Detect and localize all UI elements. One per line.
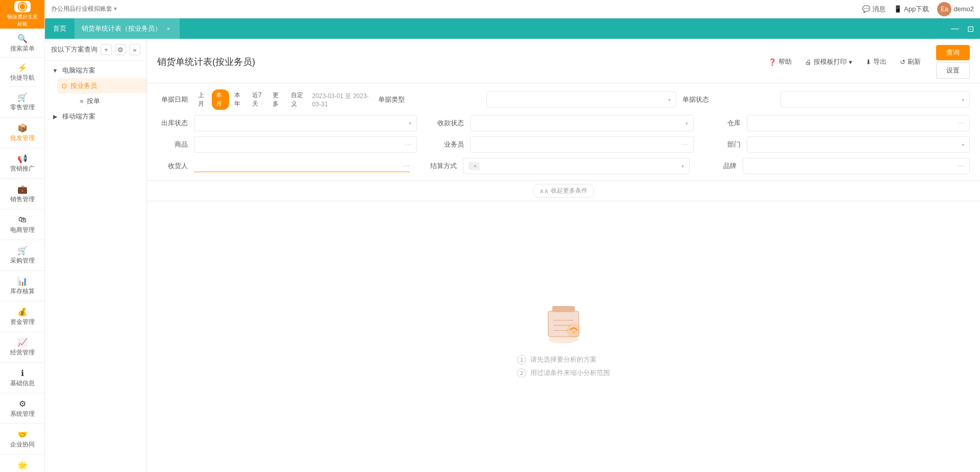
tab-close-button[interactable]: × <box>164 25 173 33</box>
collapse-bar: ∧∧ 收起更多条件 <box>147 181 980 201</box>
empty-icon <box>538 296 589 347</box>
tab-minimize-button[interactable]: — <box>949 22 961 35</box>
sidebar-item-wholesale[interactable]: 📦 批发管理 <box>0 117 44 148</box>
operations-icon: 📈 <box>17 337 28 347</box>
topbar-dropdown-icon[interactable]: ▾ <box>114 5 117 12</box>
sidebar-item-marketing[interactable]: 📢 营销推广 <box>0 148 44 179</box>
sidebar-item-finance[interactable]: 💰 资金管理 <box>0 301 44 332</box>
sidebar-item-operations[interactable]: 📈 经营管理 <box>0 332 44 363</box>
print-button[interactable]: 🖨 按模板打印 ▾ <box>801 55 856 68</box>
date-tab-custom[interactable]: 自定义 <box>287 89 308 110</box>
sales-icon: 💼 <box>17 184 28 194</box>
date-tab-7-days[interactable]: 近7天 <box>248 89 267 110</box>
empty-tips: 1 请先选择要分析的方案 2 用过滤条件来缩小分析范围 <box>517 355 610 377</box>
page-title: 销货单统计表(按业务员) <box>157 56 255 68</box>
collapse-button[interactable]: ∧∧ 收起更多条件 <box>533 184 594 198</box>
doc-type-label: 单据类型 <box>378 96 405 103</box>
sidebar-logo[interactable]: 畅捷通好生意 标账 <box>0 0 44 29</box>
collapse-panel-button[interactable]: « <box>129 44 140 55</box>
doc-status-select[interactable]: ▾ <box>780 91 970 108</box>
sidebar-item-inventory[interactable]: 📊 库存核算 <box>0 271 44 301</box>
tree-grandchild-area: ≡ 按单 <box>57 93 146 109</box>
active-scheme-icon: ⊙ <box>61 82 67 90</box>
pc-section-label: 电脑端方案 <box>62 66 140 75</box>
settlement-tag-close[interactable]: × <box>474 163 477 169</box>
settlement-select[interactable]: × ▾ <box>463 158 690 174</box>
date-tab-more[interactable]: 更多 <box>268 89 285 110</box>
brand-select[interactable]: ··· <box>743 158 970 174</box>
tab-home[interactable]: 首页 <box>45 18 75 39</box>
add-scheme-button[interactable]: + <box>101 44 112 55</box>
date-tab-this-year[interactable]: 本年 <box>230 89 247 110</box>
filter-area: 单据日期 上月 本月 本年 近7天 更多 自定义 2023-03-01 至 20… <box>147 83 980 181</box>
tabbar: 首页 销货单统计表（按业务员） × — ⊡ <box>45 18 980 39</box>
order-scheme-icon: ≡ <box>80 98 84 105</box>
left-panel-actions: + ⚙ « <box>101 44 140 55</box>
search-menu-item[interactable]: 🔍 搜索菜单 <box>0 29 44 58</box>
settings-button[interactable]: 设置 <box>936 62 970 79</box>
goods-dots[interactable]: ··· <box>405 140 411 149</box>
collection-status-arrow: ▾ <box>685 121 688 126</box>
user-avatar[interactable]: Ea demo2 <box>937 2 974 16</box>
marketing-icon: 📢 <box>17 153 28 163</box>
quick-nav-item[interactable]: ⚡ 快捷导航 <box>8 58 37 87</box>
sidebar-item-newbie[interactable]: 🌟 新手引导 <box>0 455 44 472</box>
sidebar-item-system[interactable]: ⚙ 系统管理 <box>0 393 44 424</box>
consignee-input-wrapper: ··· <box>194 160 410 172</box>
help-button[interactable]: ❓ 帮助 <box>764 55 796 68</box>
salesperson-dots[interactable]: ··· <box>681 140 688 149</box>
page-actions: ❓ 帮助 🖨 按模板打印 ▾ ⬇ 导出 ↺ 刷新 <box>764 45 970 79</box>
tip-num-2: 2 <box>517 368 526 377</box>
export-button[interactable]: ⬇ 导出 <box>862 55 891 68</box>
active-scheme-label: 按业务员 <box>70 81 97 90</box>
message-button[interactable]: 💬 消息 <box>862 5 886 14</box>
query-button[interactable]: 查询 <box>936 45 970 60</box>
topbar-title: 办公用品行业模拟账套 ▾ <box>51 5 862 13</box>
collection-status-select[interactable]: ▾ <box>470 115 693 131</box>
sidebar-item-purchase[interactable]: 🛒 采购管理 <box>0 240 44 271</box>
sidebar: 畅捷通好生意 标账 🔍 搜索菜单 ⚡ 快捷导航 🛒 零售管理 📦 批发管理 📢 … <box>0 0 45 472</box>
sidebar-item-enterprise[interactable]: 🤝 企业协同 <box>0 424 44 455</box>
svg-rect-2 <box>552 306 575 312</box>
sidebar-item-basic[interactable]: ℹ 基础信息 <box>0 363 44 393</box>
tab-maximize-button[interactable]: ⊡ <box>965 22 976 36</box>
collection-status-label: 收款状态 <box>433 119 464 128</box>
goods-label: 商品 <box>157 140 188 149</box>
consignee-dots[interactable]: ··· <box>403 161 409 171</box>
collapse-label: 收起更多条件 <box>551 186 587 195</box>
tab-active[interactable]: 销货单统计表（按业务员） × <box>75 18 180 39</box>
sidebar-item-sales[interactable]: 💼 销售管理 <box>0 179 44 209</box>
tree-pc-section[interactable]: ▼ 电脑端方案 <box>45 63 146 78</box>
left-panel-header: 按以下方案查询 + ⚙ « <box>45 39 146 61</box>
goods-select[interactable]: ··· <box>194 136 417 153</box>
brand-dots[interactable]: ··· <box>958 161 964 171</box>
page-header: 销货单统计表(按业务员) ❓ 帮助 🖨 按模板打印 ▾ ⬇ 导出 <box>147 39 980 83</box>
date-tab-this-month[interactable]: 本月 <box>212 89 229 110</box>
refresh-button[interactable]: ↺ 刷新 <box>896 55 925 68</box>
date-tab-last-month[interactable]: 上月 <box>194 89 211 110</box>
enterprise-icon: 🤝 <box>17 429 28 439</box>
main-area: 办公用品行业模拟账套 ▾ 💬 消息 📱 App下载 Ea demo2 首页 <box>45 0 980 472</box>
warehouse-dots[interactable]: ··· <box>958 119 964 128</box>
consignee-input[interactable] <box>194 160 403 172</box>
consignee-label: 收货人 <box>157 161 188 171</box>
scheme-settings-button[interactable]: ⚙ <box>115 44 126 55</box>
doc-status-label: 单据状态 <box>682 96 709 103</box>
doc-type-arrow: ▾ <box>668 97 671 103</box>
tree-item-by-salesperson[interactable]: ⊙ 按业务员 <box>57 78 146 93</box>
sidebar-item-retail[interactable]: 🛒 零售管理 <box>0 87 44 117</box>
department-select[interactable]: ▾ <box>747 136 970 153</box>
doc-type-select[interactable]: ▾ <box>486 91 676 108</box>
left-panel-title: 按以下方案查询 <box>51 45 97 54</box>
sidebar-item-ecommerce[interactable]: 🛍 电商管理 <box>0 209 44 240</box>
tree-mobile-section[interactable]: ▶ 移动端方案 <box>45 109 146 124</box>
tree-child-area: ⊙ 按业务员 ≡ 按单 <box>45 78 146 109</box>
tree-item-by-order[interactable]: ≡ 按单 <box>76 93 146 109</box>
refresh-icon: ↺ <box>900 58 905 66</box>
topbar-actions: 💬 消息 📱 App下载 Ea demo2 <box>862 2 974 16</box>
filter-row-1: 单据日期 上月 本月 本年 近7天 更多 自定义 2023-03-01 至 20… <box>157 89 970 110</box>
out-status-select[interactable]: ▾ <box>194 115 417 131</box>
salesperson-select[interactable]: ··· <box>470 136 693 153</box>
app-download-button[interactable]: 📱 App下载 <box>894 5 929 14</box>
warehouse-select[interactable]: ··· <box>747 115 970 131</box>
